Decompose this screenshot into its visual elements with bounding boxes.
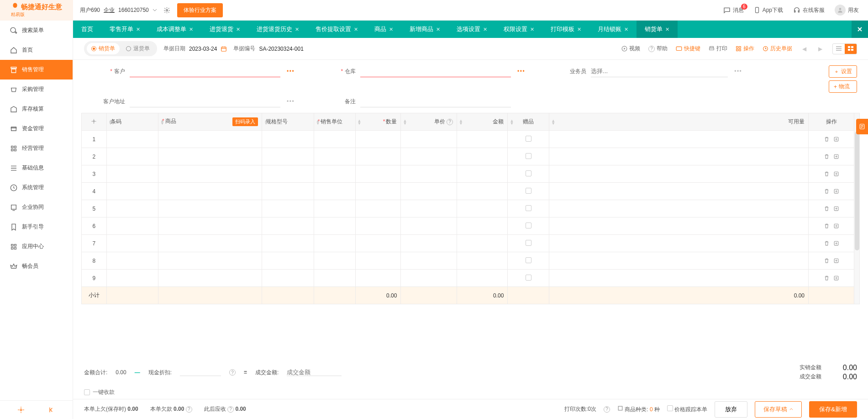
try-industry-button[interactable]: 体验行业方案 — [177, 3, 223, 17]
float-feedback-button[interactable] — [856, 119, 868, 134]
tab-close-icon[interactable]: ✕ — [624, 27, 628, 32]
cell-gift[interactable] — [508, 235, 549, 252]
col-gift[interactable]: ▲▼赠品 — [508, 113, 549, 131]
gift-checkbox[interactable] — [526, 170, 531, 176]
cell-product[interactable] — [158, 235, 262, 252]
table-row[interactable]: 1 — [82, 131, 854, 148]
sidebar-item-search[interactable]: 搜索菜单 — [0, 21, 73, 40]
insert-row-icon[interactable] — [833, 258, 839, 264]
cell-price[interactable] — [401, 270, 457, 287]
user-menu[interactable]: 用友 — [835, 5, 859, 16]
sidebar-item-biz[interactable]: 经营管理 — [0, 138, 73, 158]
tenant-selector[interactable]: 用户690企业1660120750 — [80, 6, 157, 14]
table-row[interactable]: 7 — [82, 235, 854, 252]
view-detail-button[interactable] — [845, 44, 857, 54]
ops-link[interactable]: 操作 — [736, 45, 754, 53]
insert-row-icon[interactable] — [833, 223, 839, 229]
cell-barcode[interactable] — [106, 131, 158, 148]
cell-amount[interactable] — [457, 183, 508, 200]
app-download-link[interactable]: App下载 — [754, 6, 783, 14]
sidebar-item-home[interactable]: 首页 — [0, 40, 73, 60]
cell-amount[interactable] — [457, 131, 508, 148]
cell-amount[interactable] — [457, 200, 508, 217]
cell-unit[interactable] — [314, 200, 355, 217]
cell-barcode[interactable] — [106, 200, 158, 217]
sidebar-item-collab[interactable]: 企业协同 — [0, 197, 73, 217]
col-unit[interactable]: ▲▼销售单位 — [314, 113, 355, 131]
delete-row-icon[interactable] — [824, 275, 830, 281]
print-link[interactable]: 打印 — [709, 45, 727, 53]
price-help-icon[interactable]: ? — [447, 119, 453, 125]
cell-unit[interactable] — [314, 217, 355, 235]
sidebar-item-apps[interactable]: 应用中心 — [0, 237, 73, 256]
table-row[interactable]: 2 — [82, 148, 854, 165]
cell-unit[interactable] — [314, 252, 355, 270]
note-input[interactable] — [360, 95, 511, 107]
tab-close-icon[interactable]: ✕ — [665, 27, 669, 32]
cell-spec[interactable] — [262, 270, 314, 287]
cell-gift[interactable] — [508, 217, 549, 235]
cell-unit[interactable] — [314, 165, 355, 183]
delete-row-icon[interactable] — [824, 240, 830, 246]
cell-price[interactable] — [401, 131, 457, 148]
gift-checkbox[interactable] — [526, 153, 531, 159]
sidebar-item-system[interactable]: 系统管理 — [0, 178, 73, 197]
save-and-new-button[interactable]: 保存&新增 — [809, 401, 857, 418]
table-row[interactable]: 6 — [82, 217, 854, 235]
tab-权限设置[interactable]: 权限设置✕ — [495, 21, 542, 38]
cell-qty[interactable] — [355, 252, 401, 270]
cell-product[interactable] — [158, 200, 262, 217]
cell-barcode[interactable] — [106, 270, 158, 287]
cell-price[interactable] — [401, 200, 457, 217]
settings-button[interactable]: 设置 — [829, 65, 857, 78]
col-gear[interactable] — [82, 113, 107, 131]
tab-销货单[interactable]: 销货单✕ — [637, 21, 678, 38]
tab-商品[interactable]: 商品✕ — [366, 21, 401, 38]
salesman-input[interactable] — [591, 65, 728, 77]
cell-unit[interactable] — [314, 148, 355, 165]
gift-checkbox[interactable] — [526, 275, 531, 281]
settings-icon[interactable] — [163, 7, 170, 14]
cell-qty[interactable] — [355, 217, 401, 235]
sidebar-item-money[interactable]: 资金管理 — [0, 119, 73, 138]
cell-gift[interactable] — [508, 200, 549, 217]
address-picker-icon[interactable]: ••• — [285, 98, 296, 105]
cell-spec[interactable] — [262, 165, 314, 183]
table-row[interactable]: 5 — [82, 200, 854, 217]
tab-close-icon[interactable]: ✕ — [483, 27, 487, 32]
cell-product[interactable] — [158, 217, 262, 235]
messages-link[interactable]: 消息 6 — [723, 6, 744, 14]
radio-sales-order[interactable]: 销货单 — [87, 43, 120, 54]
cell-spec[interactable] — [262, 183, 314, 200]
deal-amount-input[interactable] — [287, 369, 342, 376]
cell-barcode[interactable] — [106, 217, 158, 235]
cell-gift[interactable] — [508, 252, 549, 270]
cell-price[interactable] — [401, 217, 457, 235]
gift-checkbox[interactable] — [526, 205, 531, 211]
gift-checkbox[interactable] — [526, 240, 531, 246]
tab-close-icon[interactable]: ✕ — [530, 27, 534, 32]
cell-amount[interactable] — [457, 270, 508, 287]
delete-row-icon[interactable] — [824, 223, 830, 229]
col-product[interactable]: ▲▼商品扫码录入 — [158, 113, 262, 131]
cell-spec[interactable] — [262, 217, 314, 235]
cell-spec[interactable] — [262, 148, 314, 165]
grid-scrollbar[interactable] — [855, 132, 859, 250]
table-row[interactable]: 9 — [82, 270, 854, 287]
history-link[interactable]: 历史单据 — [763, 45, 792, 53]
tab-选项设置[interactable]: 选项设置✕ — [448, 21, 495, 38]
tab-close-icon[interactable]: ✕ — [189, 27, 193, 32]
recv-help-icon[interactable]: ? — [227, 406, 234, 413]
insert-row-icon[interactable] — [833, 188, 839, 194]
sidebar-item-stock[interactable]: 库存核算 — [0, 99, 73, 119]
cell-amount[interactable] — [457, 165, 508, 183]
tab-零售开单[interactable]: 零售开单✕ — [101, 21, 148, 38]
tab-成本调整单[interactable]: 成本调整单✕ — [148, 21, 201, 38]
tab-月结锁账[interactable]: 月结锁账✕ — [589, 21, 637, 38]
discount-help-icon[interactable]: ? — [229, 369, 236, 376]
col-qty[interactable]: ▲▼数量 — [355, 113, 401, 131]
tab-close-icon[interactable]: ✕ — [436, 27, 440, 32]
cell-spec[interactable] — [262, 131, 314, 148]
col-spec[interactable]: ▲▼规格型号 — [262, 113, 314, 131]
next-doc-button[interactable]: ▶ — [816, 46, 824, 52]
